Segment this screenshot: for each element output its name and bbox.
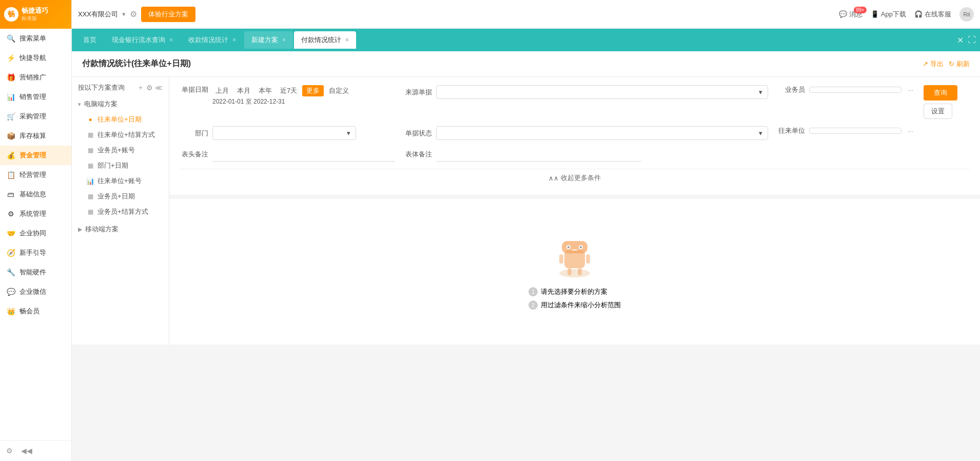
- sidebar-item-label: 采购管理: [19, 112, 46, 121]
- scheme-item-label: 业务员+日期: [97, 192, 135, 201]
- close-all-button[interactable]: ✕: [957, 35, 964, 45]
- service-label: 在线客服: [925, 10, 951, 19]
- add-scheme-button[interactable]: ＋: [137, 83, 144, 92]
- date-more[interactable]: 更多: [302, 85, 324, 96]
- salesperson-select[interactable]: [809, 87, 901, 93]
- salesperson-more-icon[interactable]: ···: [906, 86, 915, 94]
- sidebar-item-system[interactable]: ⚙ 系统管理: [0, 204, 71, 224]
- tip-num-2: 2: [528, 300, 538, 310]
- trial-button[interactable]: 体验行业方案: [141, 7, 195, 22]
- collapse-panel-button[interactable]: ≪: [155, 83, 163, 92]
- tab-close-icon[interactable]: ×: [232, 36, 236, 44]
- scheme-group-title-desktop[interactable]: ▾ 电脑端方案: [72, 96, 169, 112]
- sidebar-item-wechat[interactable]: 💬 企业微信: [0, 282, 71, 302]
- collapse-button[interactable]: ∧∧ 收起更多条件: [544, 169, 605, 187]
- sidebar-item-search[interactable]: 🔍 搜索菜单: [0, 29, 71, 48]
- date-last-month[interactable]: 上月: [212, 85, 232, 96]
- sidebar-collapse-button[interactable]: ◀◀: [19, 445, 34, 457]
- settings-icon[interactable]: ⚙: [130, 9, 137, 19]
- scheme-item-partner-date[interactable]: ● 往来单位+日期: [72, 112, 169, 127]
- tab-receipts[interactable]: 收款情况统计 ×: [181, 31, 243, 49]
- chevron-down-icon: ▾: [759, 129, 762, 137]
- capital-icon: 💰: [6, 151, 15, 160]
- messages-action[interactable]: 💬 消息 99+: [839, 10, 863, 19]
- sidebar-settings-button[interactable]: ⚙: [4, 445, 15, 457]
- date-this-year[interactable]: 本年: [256, 85, 275, 96]
- date-7days[interactable]: 近7天: [277, 85, 300, 96]
- refresh-icon: ↻: [949, 60, 954, 68]
- avatar[interactable]: Rit: [959, 7, 974, 22]
- sidebar-item-label: 基础信息: [19, 190, 46, 199]
- tab-payments[interactable]: 付款情况统计 ×: [294, 31, 356, 49]
- service-action[interactable]: 🎧 在线客服: [914, 10, 951, 19]
- sidebar-item-marketing[interactable]: 🎁 营销推广: [0, 68, 71, 87]
- sidebar-item-capital[interactable]: 💰 资金管理: [0, 146, 71, 165]
- tab-home[interactable]: 首页: [76, 31, 104, 49]
- sidebar-footer: ⚙ ◀◀: [0, 440, 71, 461]
- scheme-item-salesperson-settle[interactable]: ▦ 业务员+结算方式: [72, 204, 169, 219]
- chevron-right-icon: ▶: [78, 226, 82, 233]
- empty-tip-row-2: 2 用过滤条件来缩小分析范围: [528, 300, 621, 310]
- sidebar-item-purchase[interactable]: 🛒 采购管理: [0, 107, 71, 126]
- sidebar-item-shortcut[interactable]: ⚡ 快捷导航: [0, 48, 71, 68]
- search-icon: 🔍: [6, 34, 15, 43]
- tab-close-icon[interactable]: ×: [345, 36, 349, 44]
- sidebar-item-hardware[interactable]: 🔧 智能硬件: [0, 263, 71, 282]
- sidebar-item-inventory[interactable]: 📦 库存核算: [0, 126, 71, 146]
- settings-button[interactable]: 设置: [924, 104, 952, 119]
- scheme-item-partner-settle[interactable]: ▦ 往来单位+结算方式: [72, 127, 169, 143]
- sidebar-header: 畅 畅捷通巧 标准版: [0, 0, 71, 29]
- body-note-filter: 表体备注: [403, 147, 782, 162]
- tab-close-icon[interactable]: ×: [169, 36, 173, 44]
- tab-new-scheme[interactable]: 新建方案 ×: [244, 31, 293, 49]
- partner-select[interactable]: [809, 128, 901, 134]
- sidebar-item-coop[interactable]: 🤝 企业协同: [0, 224, 71, 243]
- source-select[interactable]: ▾: [436, 85, 768, 99]
- status-select[interactable]: ▾: [436, 126, 768, 140]
- scheme-settings-button[interactable]: ⚙: [146, 83, 153, 92]
- tab-cash[interactable]: 现金银行流水查询 ×: [105, 31, 180, 49]
- sidebar-item-sales[interactable]: 📊 销售管理: [0, 87, 71, 107]
- tab-close-icon[interactable]: ×: [282, 36, 286, 44]
- date-custom[interactable]: 自定义: [326, 85, 352, 96]
- scheme-group-mobile: ▶ 移动端方案: [72, 222, 169, 237]
- page-actions: ↗ 导出 ↻ 刷新: [923, 59, 970, 69]
- topbar-left: XXX有限公司 ▾ ⚙ 体验行业方案: [78, 7, 834, 22]
- dept-select[interactable]: ▾: [212, 126, 356, 140]
- scheme-group-title-mobile[interactable]: ▶ 移动端方案: [72, 222, 169, 237]
- header-note-input[interactable]: [212, 147, 395, 162]
- chevron-down-icon: ▾: [78, 101, 81, 108]
- tip-num-1: 1: [528, 287, 538, 296]
- purchase-icon: 🛒: [6, 112, 15, 121]
- query-button[interactable]: 查询: [924, 85, 957, 101]
- date-this-month[interactable]: 本月: [234, 85, 253, 96]
- basic-icon: 🗃: [6, 190, 15, 199]
- wechat-icon: 💬: [6, 287, 15, 296]
- empty-state: 1 请先选择要分析的方案 2 用过滤条件来缩小分析范围: [169, 199, 980, 345]
- refresh-button[interactable]: ↻ 刷新: [949, 59, 970, 69]
- chevron-down-icon: ▾: [759, 88, 762, 96]
- tab-label: 付款情况统计: [301, 35, 341, 45]
- export-button[interactable]: ↗ 导出: [923, 59, 944, 69]
- logo-subtitle: 标准版: [22, 15, 48, 22]
- scheme-item-dept-date[interactable]: ▦ 部门+日期: [72, 158, 169, 173]
- sidebar-item-guide[interactable]: 🧭 新手引导: [0, 243, 71, 263]
- left-panel-title: 按以下方案查询: [78, 83, 125, 92]
- shortcut-icon: ⚡: [6, 53, 15, 63]
- active-scheme-icon: ●: [86, 115, 94, 124]
- download-icon: 📱: [871, 10, 879, 18]
- body-note-input[interactable]: [436, 147, 641, 162]
- sidebar-item-member[interactable]: 👑 畅会员: [0, 302, 71, 321]
- download-action[interactable]: 📱 App下载: [871, 10, 906, 19]
- coop-icon: 🤝: [6, 229, 15, 238]
- partner-more-icon[interactable]: ···: [906, 127, 915, 135]
- expand-button[interactable]: ⛶: [968, 35, 976, 45]
- sidebar-item-basic[interactable]: 🗃 基础信息: [0, 185, 71, 204]
- scheme-item-salesperson-date[interactable]: ▦ 业务员+日期: [72, 189, 169, 204]
- sidebar-item-operation[interactable]: 📋 经营管理: [0, 165, 71, 185]
- dropdown-arrow-icon[interactable]: ▾: [122, 10, 126, 18]
- scheme-item-salesperson-account[interactable]: ▦ 业务员+账号: [72, 143, 169, 158]
- partner-label: 往来单位: [776, 126, 805, 135]
- scheme-item-partner-account[interactable]: 📊 往来单位+账号: [72, 173, 169, 189]
- sidebar-item-label: 智能硬件: [19, 268, 46, 277]
